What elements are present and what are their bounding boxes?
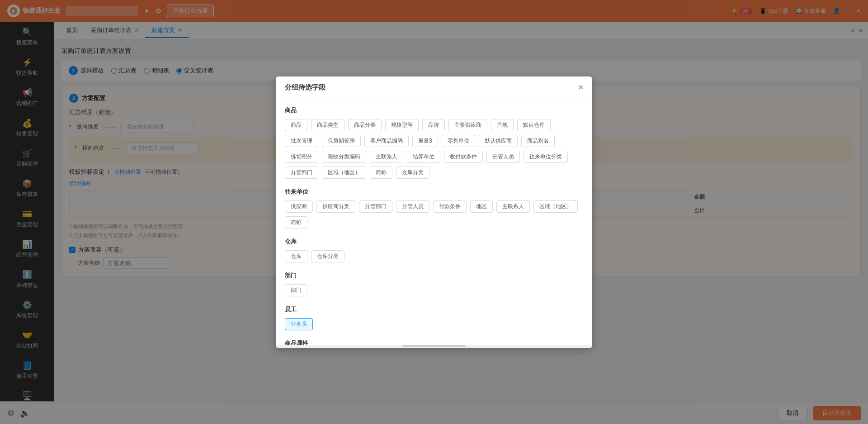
tag-managed-dept2[interactable]: 分管部门	[359, 200, 392, 213]
modal-body[interactable]: 商品 商品 商品类型 商品分类 规格型号 品牌 主要供应商 产地 默认仓库 批次…	[276, 99, 592, 345]
scrollbar-thumb	[402, 345, 466, 347]
section-employee-tags: 业务员	[285, 318, 583, 330]
section-employee-title: 员工	[285, 305, 583, 314]
tag-warehouse-category[interactable]: 仓库分类	[396, 167, 429, 179]
tag-main-contact2[interactable]: 主联系人	[496, 200, 530, 213]
section-dept-title: 部门	[285, 272, 583, 280]
tag-warehouse-cat[interactable]: 仓库分类	[311, 250, 344, 262]
tag-main-contact[interactable]: 主联系人	[370, 151, 403, 163]
tag-tax-category-code[interactable]: 税收分类编码	[322, 151, 366, 163]
section-counterparty: 往来单位 供应商 供应商分类 分管部门 分管人员 付款条件 地区 主联系人 区域…	[285, 188, 583, 229]
tag-customer-goods-code[interactable]: 客户商品编码	[364, 135, 409, 147]
tag-shelf-life-mgmt[interactable]: 保质期管理	[322, 135, 361, 147]
tag-warehouse[interactable]: 仓库	[285, 250, 307, 262]
tag-payment-terms[interactable]: 收付款条件	[444, 151, 483, 163]
section-dept: 部门 部门	[285, 272, 583, 296]
tag-batch-mgmt[interactable]: 批次管理	[285, 135, 318, 147]
tag-counterparty-category[interactable]: 往来单位分类	[524, 151, 568, 163]
tag-default-warehouse[interactable]: 默认仓库	[517, 119, 551, 131]
tag-settlement-unit[interactable]: 结算单位	[407, 151, 440, 163]
modal-title: 分组待选字段	[285, 83, 326, 92]
section-employee: 员工 业务员	[285, 305, 583, 330]
tag-goods[interactable]: 商品	[285, 119, 307, 131]
tag-default-supplier[interactable]: 默认供应商	[479, 135, 518, 147]
tag-dept-manager[interactable]: 分管人员	[486, 151, 520, 163]
tag-supplier-category[interactable]: 供应商分类	[316, 200, 355, 213]
section-warehouse-title: 仓库	[285, 238, 583, 246]
section-goods-tags: 商品 商品类型 商品分类 规格型号 品牌 主要供应商 产地 默认仓库 批次管理 …	[285, 119, 583, 179]
tag-payment-cond[interactable]: 付款条件	[433, 200, 467, 213]
tag-managed-dept[interactable]: 分管部门	[285, 167, 318, 179]
section-dept-tags: 部门	[285, 284, 583, 296]
tag-goods-type[interactable]: 商品类型	[311, 119, 344, 131]
tag-region2[interactable]: 区域（地区）	[533, 200, 578, 213]
tag-region[interactable]: 区域（地区）	[322, 167, 366, 179]
modal-scrollbar[interactable]	[276, 345, 592, 348]
tag-goods-category[interactable]: 商品分类	[348, 119, 382, 131]
tag-area[interactable]: 地区	[470, 200, 493, 213]
tag-dept[interactable]: 部门	[285, 284, 307, 296]
tag-supplier[interactable]: 供应商	[285, 200, 313, 213]
tag-goods-alias[interactable]: 商品别名	[521, 135, 555, 147]
tag-managed-person2[interactable]: 分管人员	[396, 200, 429, 213]
tag-salesperson[interactable]: 业务员	[285, 318, 313, 330]
tag-main-supplier[interactable]: 主要供应商	[448, 119, 487, 131]
tag-abbrev2[interactable]: 简称	[285, 216, 307, 229]
tag-abbrev[interactable]: 简称	[370, 167, 392, 179]
tag-brand[interactable]: 品牌	[422, 119, 445, 131]
tag-retail-unit[interactable]: 零售单位	[442, 135, 475, 147]
tag-origin[interactable]: 产地	[491, 119, 514, 131]
section-warehouse-tags: 仓库 仓库分类	[285, 250, 583, 262]
section-goods-title: 商品	[285, 106, 583, 114]
modal-dialog: 分组待选字段 × 商品 商品 商品类型 商品分类 规格型号 品牌 主要供应商 产…	[276, 76, 592, 348]
tag-weight3[interactable]: 重量3	[412, 135, 438, 147]
modal-overlay: 分组待选字段 × 商品 商品 商品类型 商品分类 规格型号 品牌 主要供应商 产…	[0, 0, 868, 424]
tag-spec-model[interactable]: 规格型号	[385, 119, 419, 131]
section-counterparty-tags: 供应商 供应商分类 分管部门 分管人员 付款条件 地区 主联系人 区域（地区） …	[285, 200, 583, 229]
modal-header: 分组待选字段 ×	[276, 76, 592, 99]
section-goods-attr: 商品属性 属性 颜色 多规格 尺码 鞋码 1	[285, 339, 583, 345]
section-warehouse: 仓库 仓库 仓库分类	[285, 238, 583, 262]
section-goods-attr-title: 商品属性	[285, 339, 583, 345]
modal-close-icon[interactable]: ×	[578, 83, 583, 92]
section-goods: 商品 商品 商品类型 商品分类 规格型号 品牌 主要供应商 产地 默认仓库 批次…	[285, 106, 583, 179]
tag-pick-points[interactable]: 拣货积分	[285, 151, 318, 163]
section-counterparty-title: 往来单位	[285, 188, 583, 196]
